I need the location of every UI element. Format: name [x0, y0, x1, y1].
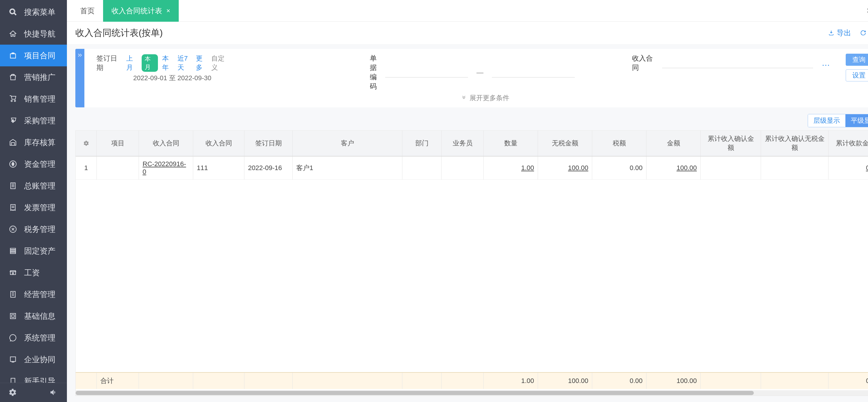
filter-panel: 签订日期 上月 本月 本年 近7天 更多 自定义 2022-09-01 至: [75, 49, 868, 107]
mgmt-icon: [8, 290, 18, 299]
close-icon[interactable]: ×: [166, 7, 170, 15]
sidebar-item-1[interactable]: 快捷导航: [0, 23, 67, 45]
tab-label: 首页: [80, 6, 95, 16]
shortcut-this-year[interactable]: 本年: [162, 54, 173, 72]
guide-icon: [8, 377, 18, 383]
sidebar-item-label: 快捷导航: [24, 29, 56, 39]
sidebar-item-2[interactable]: 项目合同: [0, 45, 67, 66]
sidebar-item-12[interactable]: 工资: [0, 262, 67, 284]
col-sign-date[interactable]: 签订日期: [244, 131, 293, 156]
shortcut-more[interactable]: 更多: [196, 54, 207, 72]
sidebar-item-label: 固定资产: [24, 246, 56, 256]
sidebar-item-10[interactable]: 税务管理: [0, 218, 67, 240]
sidebar-item-8[interactable]: 总账管理: [0, 175, 67, 197]
table-footer: 合计 1.00 100.00 0.00 100.00 0.00: [76, 372, 868, 389]
scrollbar-thumb[interactable]: [76, 391, 754, 395]
gift-icon: [8, 73, 18, 82]
tax-icon: [8, 225, 18, 234]
volume-icon[interactable]: [50, 388, 59, 397]
tab-income-stats[interactable]: 收入合同统计表 ×: [103, 0, 179, 22]
settings-button[interactable]: 设置: [846, 69, 868, 81]
expand-label: 展开更多条件: [470, 93, 509, 103]
col-acc-received[interactable]: 累计收款金额: [829, 131, 868, 156]
sidebar-item-label: 采购管理: [24, 115, 56, 126]
sidebar-item-label: 项目合同: [24, 50, 56, 61]
export-label: 导出: [837, 28, 851, 38]
tab-label: 收入合同统计表: [112, 6, 162, 16]
search-icon: [8, 7, 18, 17]
cell-contract-code[interactable]: RC-20220916-0: [139, 156, 193, 179]
cell-acc-received[interactable]: 0.00: [829, 156, 868, 179]
sidebar-item-0[interactable]: 搜索菜单: [0, 1, 67, 23]
tab-home[interactable]: 首页: [72, 0, 103, 22]
sidebar-item-9[interactable]: 发票管理: [0, 197, 67, 218]
shortcut-last-month[interactable]: 上月: [126, 54, 137, 72]
sidebar-item-5[interactable]: 采购管理: [0, 110, 67, 132]
income-contract-more-icon[interactable]: …: [822, 58, 831, 68]
sidebar-item-16[interactable]: 企业协同: [0, 349, 67, 370]
cell-project: [97, 156, 139, 179]
horizontal-scrollbar[interactable]: [76, 390, 868, 396]
export-button[interactable]: 导出: [828, 28, 851, 38]
col-amount-no-tax[interactable]: 无税金额: [538, 131, 592, 156]
sidebar-item-label: 搜索菜单: [24, 7, 56, 18]
doc-code-label: 单据编码: [370, 54, 380, 91]
sidebar-item-label: 新手引导: [24, 376, 56, 383]
sidebar-item-15[interactable]: 系统管理: [0, 327, 67, 349]
cell-customer: 客户1: [293, 156, 402, 179]
doc-code-to-input[interactable]: [492, 67, 575, 78]
cell-dept: [402, 156, 441, 179]
cell-amount[interactable]: 100.00: [647, 156, 701, 179]
cell-qty[interactable]: 1.00: [484, 156, 538, 179]
query-button[interactable]: 查询: [846, 54, 868, 66]
shortcut-last-7-days[interactable]: 近7天: [178, 54, 192, 72]
coop-icon: [8, 355, 18, 364]
col-gear[interactable]: [76, 131, 97, 156]
sidebar-item-11[interactable]: 固定资产: [0, 240, 67, 262]
col-acc-income[interactable]: 累计收入确认金额: [701, 131, 761, 156]
refresh-button[interactable]: 刷新: [860, 28, 868, 38]
main-area: 首页 收入合同统计表 × 收入合同统计表(按单) 导出 刷新: [67, 0, 868, 402]
table-row[interactable]: 1 RC-20220916-0 111 2022-09-16 客户1 1.00 …: [76, 156, 868, 180]
expand-more-filters[interactable]: 展开更多条件: [96, 91, 868, 106]
footer-acc-income-no-tax: [761, 373, 829, 389]
home-icon: [8, 29, 18, 38]
col-amount[interactable]: 金额: [647, 131, 701, 156]
table-header: 项目 收入合同 收入合同 签订日期 客户 部门 业务员 数量 无税金额 税额 金…: [76, 131, 868, 156]
sidebar-item-17[interactable]: 新手引导: [0, 370, 67, 383]
sidebar-item-13[interactable]: 经营管理: [0, 284, 67, 305]
col-project[interactable]: 项目: [97, 131, 139, 156]
tab-close-all-icon[interactable]: [866, 7, 868, 15]
sidebar-item-14[interactable]: 基础信息: [0, 305, 67, 327]
shortcut-custom[interactable]: 自定义: [211, 54, 228, 72]
shortcut-this-month[interactable]: 本月: [142, 54, 158, 72]
col-salesperson[interactable]: 业务员: [441, 131, 484, 156]
sidebar-item-label: 工资: [24, 267, 40, 278]
col-qty[interactable]: 数量: [484, 131, 538, 156]
date-to: 2022-09-30: [178, 74, 212, 82]
filter-collapse-handle[interactable]: [75, 49, 84, 107]
col-tax[interactable]: 税额: [592, 131, 647, 156]
sidebar-item-3[interactable]: 营销推广: [0, 66, 67, 88]
table-body: 1 RC-20220916-0 111 2022-09-16 客户1 1.00 …: [76, 156, 868, 372]
sidebar: 搜索菜单快捷导航项目合同营销推广销售管理采购管理库存核算资金管理总账管理发票管理…: [0, 0, 67, 402]
sidebar-item-6[interactable]: 库存核算: [0, 132, 67, 153]
cell-amount-no-tax[interactable]: 100.00: [538, 156, 592, 179]
invoice-icon: [8, 203, 18, 212]
sidebar-item-4[interactable]: 销售管理: [0, 88, 67, 110]
settings-icon[interactable]: [8, 388, 18, 397]
doc-code-from-input[interactable]: [385, 67, 468, 78]
briefcase-icon: [8, 51, 18, 60]
sidebar-item-7[interactable]: 资金管理: [0, 153, 67, 175]
col-contract-name[interactable]: 收入合同: [193, 131, 244, 156]
col-customer[interactable]: 客户: [293, 131, 402, 156]
display-toggle-row: 层级显示 平级显示: [67, 107, 868, 130]
col-dept[interactable]: 部门: [402, 131, 441, 156]
col-contract-code[interactable]: 收入合同: [139, 131, 193, 156]
sidebar-bottom: [0, 383, 67, 402]
col-acc-income-no-tax[interactable]: 累计收入确认无税金额: [761, 131, 829, 156]
display-flat-option[interactable]: 平级显示: [845, 114, 868, 127]
income-contract-input[interactable]: [662, 58, 813, 68]
display-tree-option[interactable]: 层级显示: [808, 114, 845, 127]
sidebar-menu: 搜索菜单快捷导航项目合同营销推广销售管理采购管理库存核算资金管理总账管理发票管理…: [0, 0, 67, 383]
